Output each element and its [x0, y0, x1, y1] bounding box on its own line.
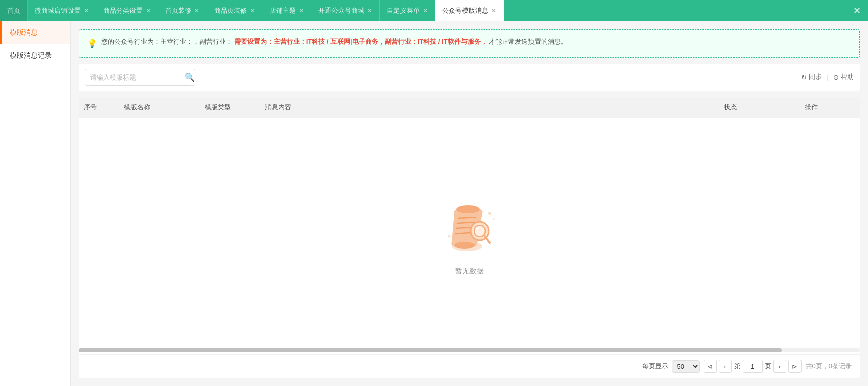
- col-index: 序号: [79, 97, 119, 118]
- tab-product-decor-close[interactable]: ✕: [250, 7, 255, 14]
- page-summary: 共0页，0条记录: [806, 362, 852, 371]
- notice-highlight: 需要设置为：主营行业：IT科技 / 互联网|电子商务，副营行业：IT科技 / I…: [234, 38, 487, 45]
- sync-icon: ↻: [801, 73, 807, 81]
- tab-open-mall-label: 开通公众号商城: [318, 6, 364, 15]
- tab-product-decor-label: 商品页装修: [214, 6, 247, 15]
- svg-point-1: [456, 205, 480, 213]
- tab-open-mall-close[interactable]: ✕: [367, 7, 372, 14]
- toolbar: 🔍 ↻ 同步 | ⊙ 帮助: [79, 64, 860, 91]
- sidebar: 模版消息 模版消息记录: [0, 21, 71, 386]
- tab-category-label: 商品分类设置: [103, 6, 143, 15]
- tab-template-msg[interactable]: 公众号模版消息 ✕: [435, 0, 504, 21]
- main-layout: 模版消息 模版消息记录 💡 您的公众号行业为：主营行业：，副营行业： 需要设置为…: [0, 21, 868, 386]
- sidebar-item-template-message[interactable]: 模版消息: [0, 21, 70, 44]
- per-page-select[interactable]: 10 20 50 100: [672, 360, 700, 373]
- notice-suffix: 才能正常发送预置的消息。: [489, 38, 567, 45]
- tab-custom-menu-close[interactable]: ✕: [423, 7, 428, 14]
- notice-text: 您的公众号行业为：主营行业：，副营行业： 需要设置为：主营行业：IT科技 / 互…: [101, 37, 567, 47]
- page-last-button[interactable]: ⊳: [788, 360, 802, 373]
- tab-wsc-settings[interactable]: 微商城店铺设置 ✕: [28, 0, 96, 21]
- table-scroll-track[interactable]: [79, 348, 860, 352]
- tab-bar-close-all[interactable]: ✕: [846, 5, 868, 16]
- per-page-label: 每页显示: [642, 362, 669, 371]
- empty-state: 暂无数据: [79, 118, 860, 346]
- search-button[interactable]: 🔍: [180, 69, 195, 85]
- page-next-button[interactable]: ›: [773, 360, 786, 373]
- content-area: 💡 您的公众号行业为：主营行业：，副营行业： 需要设置为：主营行业：IT科技 /…: [71, 21, 868, 386]
- col-type: 模版类型: [199, 97, 260, 118]
- page-first-button[interactable]: ⊲: [704, 360, 717, 373]
- sidebar-item-template-message-label: 模版消息: [10, 28, 38, 36]
- empty-illustration: [439, 198, 500, 259]
- col-content: 消息内容: [260, 97, 719, 118]
- tab-open-mall[interactable]: 开通公众号商城 ✕: [311, 0, 380, 21]
- tab-store-theme-close[interactable]: ✕: [299, 7, 304, 14]
- page-prev-button[interactable]: ‹: [719, 360, 732, 373]
- svg-point-12: [488, 212, 491, 215]
- notice-banner: 💡 您的公众号行业为：主营行业：，副营行业： 需要设置为：主营行业：IT科技 /…: [79, 29, 860, 58]
- col-name: 模版名称: [119, 97, 199, 118]
- tab-wsc-label: 微商城店铺设置: [35, 6, 81, 15]
- tab-home-decor-close[interactable]: ✕: [194, 7, 199, 14]
- tab-store-theme-label: 店铺主题: [270, 6, 296, 15]
- notice-icon: 💡: [87, 37, 97, 50]
- table-wrapper: 序号 模版名称 模版类型 消息内容 状态 操作: [79, 97, 860, 378]
- tab-home-decor-label: 首页装修: [165, 6, 191, 15]
- search-input[interactable]: [85, 70, 180, 84]
- table-scroll-thumb[interactable]: [79, 348, 782, 352]
- tab-custom-menu-label: 自定义菜单: [387, 6, 420, 15]
- col-action: 操作: [799, 97, 860, 118]
- toolbar-right: ↻ 同步 | ⊙ 帮助: [801, 72, 854, 82]
- svg-point-14: [448, 235, 450, 238]
- sidebar-item-template-message-log-label: 模版消息记录: [10, 51, 52, 59]
- page-label: 第: [734, 362, 741, 371]
- tab-store-theme[interactable]: 店铺主题 ✕: [262, 0, 311, 21]
- tab-home-label: 首页: [7, 6, 20, 15]
- tab-product-decor[interactable]: 商品页装修 ✕: [207, 0, 262, 21]
- page-number-input[interactable]: [743, 360, 763, 373]
- help-button[interactable]: ⊙ 帮助: [833, 72, 854, 82]
- tab-custom-menu[interactable]: 自定义菜单 ✕: [380, 0, 435, 21]
- col-status: 状态: [719, 97, 799, 118]
- tab-home[interactable]: 首页: [0, 0, 28, 21]
- sidebar-item-template-message-log[interactable]: 模版消息记录: [0, 44, 70, 67]
- help-icon: ⊙: [833, 73, 839, 81]
- notice-prefix: 您的公众号行业为：主营行业：，副营行业：: [101, 38, 232, 45]
- per-page: 每页显示 10 20 50 100: [642, 360, 700, 373]
- help-label: 帮助: [841, 72, 854, 82]
- pagination-controls: ⊲ ‹ 第 页 › ⊳: [704, 360, 802, 373]
- svg-point-2: [454, 242, 475, 249]
- tab-bar: 首页 微商城店铺设置 ✕ 商品分类设置 ✕ 首页装修 ✕ 商品页装修 ✕ 店铺主…: [0, 0, 868, 21]
- toolbar-divider: |: [827, 73, 828, 81]
- sync-label: 同步: [809, 72, 822, 82]
- pagination-bar: 每页显示 10 20 50 100 ⊲ ‹ 第 页 › ⊳: [79, 354, 860, 378]
- svg-point-11: [476, 227, 479, 230]
- table-header: 序号 模版名称 模版类型 消息内容 状态 操作: [79, 97, 860, 118]
- tab-category-close[interactable]: ✕: [146, 7, 151, 14]
- tab-wsc-close[interactable]: ✕: [84, 7, 89, 14]
- tab-home-decor[interactable]: 首页装修 ✕: [158, 0, 207, 21]
- search-box: 🔍: [85, 69, 195, 86]
- tab-category-settings[interactable]: 商品分类设置 ✕: [96, 0, 158, 21]
- search-icon: 🔍: [185, 73, 195, 82]
- empty-state-text: 暂无数据: [455, 267, 484, 276]
- tab-template-msg-label: 公众号模版消息: [442, 6, 488, 15]
- svg-point-13: [493, 218, 495, 220]
- tab-template-msg-close[interactable]: ✕: [491, 7, 496, 14]
- sync-button[interactable]: ↻ 同步: [801, 72, 822, 82]
- page-unit: 页: [765, 362, 771, 371]
